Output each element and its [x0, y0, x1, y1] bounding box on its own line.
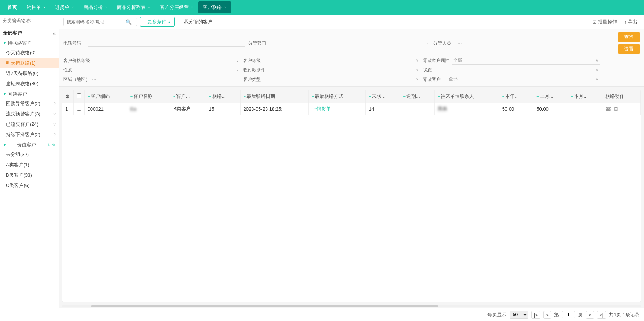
- filter-customer-type: 客户类型 ∨: [243, 76, 420, 83]
- filter-manager: 分管人员 ···: [433, 40, 615, 46]
- contact-action-icon[interactable]: ☎: [605, 106, 612, 112]
- sidebar-item-class-b[interactable]: B类客户(33): [0, 170, 59, 180]
- sidebar-item-today[interactable]: 今天待联络(0): [0, 48, 59, 58]
- filter-payment-terms: 收付款条件 ∨: [243, 67, 420, 73]
- dept-select[interactable]: ∨: [273, 40, 430, 46]
- retail-attr-select[interactable]: 全部 ∨: [452, 56, 600, 65]
- all-customers-header: 全部客户 «: [0, 27, 59, 38]
- filter-dept: 分管部门 ∨: [248, 40, 430, 46]
- sidebar-item-class-c[interactable]: C类客户(6): [0, 180, 59, 191]
- page-size-select[interactable]: 50 100 200: [510, 311, 528, 319]
- first-page-btn[interactable]: |<: [531, 311, 540, 319]
- retail-customer-select[interactable]: 全部 ∨: [447, 75, 600, 83]
- row-last-contact-method: 下销货单: [308, 103, 365, 115]
- row-contact-person: 黑条: [435, 103, 499, 115]
- my-customers-filter: 我分管的客户: [178, 18, 213, 25]
- close-icon[interactable]: ×: [148, 5, 150, 10]
- help-icon[interactable]: ?: [53, 112, 56, 116]
- sidebar-item-declining[interactable]: 持续下滑客户(2) ?: [0, 130, 59, 140]
- price-level-select[interactable]: ∨: [92, 58, 240, 63]
- main-search-input[interactable]: [67, 19, 126, 24]
- sidebar-item-overdue[interactable]: 逾期未联络(30): [0, 79, 59, 89]
- row-select-checkbox[interactable]: [77, 106, 81, 111]
- col-not-contacted: ≡未联...: [366, 90, 400, 103]
- sidebar-item-churn-warning[interactable]: 流失预警客户(3) ?: [0, 109, 59, 119]
- help-icon[interactable]: ?: [53, 122, 56, 127]
- prev-page-btn[interactable]: <: [543, 311, 552, 319]
- nav-customer-contact[interactable]: 客户联络 ×: [198, 1, 231, 13]
- help-icon[interactable]: ?: [53, 101, 56, 106]
- sidebar-group-value[interactable]: 价值客户 ↻ ✎: [0, 140, 59, 149]
- region-dots-btn[interactable]: ···: [92, 76, 97, 82]
- manager-dots-btn[interactable]: ···: [458, 40, 462, 46]
- col-last-month: ≡上月...: [533, 90, 568, 103]
- col-year-amount: ≡本年...: [499, 90, 533, 103]
- row-overdue: [400, 103, 435, 115]
- filter-region: 区域（地区） ···: [63, 76, 240, 83]
- close-icon[interactable]: ×: [43, 5, 45, 10]
- row-code: 000021: [84, 103, 127, 115]
- row-name: Ea: [127, 103, 170, 115]
- table-footer: 每页显示 50 100 200 |< < 第 页 > >| 共1页 1条记录: [59, 308, 644, 321]
- col-settings[interactable]: ⚙: [62, 90, 73, 103]
- nature-select[interactable]: ∨: [88, 67, 240, 73]
- nav-customer-tiering[interactable]: 客户分层经营 ×: [155, 1, 197, 13]
- payment-terms-select[interactable]: ∨: [267, 67, 420, 73]
- my-customers-checkbox[interactable]: [178, 20, 182, 24]
- nav-product-analysis-list[interactable]: 商品分析列表 ×: [112, 1, 154, 13]
- more-action-icon[interactable]: ⊞: [614, 106, 618, 112]
- sidebar-item-tomorrow[interactable]: 明天待联络(1): [0, 58, 59, 68]
- filter-icon: ≡: [143, 19, 146, 25]
- more-conditions-btn[interactable]: ≡ 更多条件 ▲: [140, 17, 175, 27]
- nav-sales-order[interactable]: 销售单 ×: [22, 1, 50, 13]
- sidebar-item-class-a[interactable]: A类客户(1): [0, 160, 59, 170]
- nav-purchase-order[interactable]: 进货单 ×: [50, 1, 78, 13]
- filter-bar: 🔍 ≡ 更多条件 ▲ 我分管的客户 ☑ 批量操作 ↑ 导出: [59, 15, 644, 29]
- next-page-btn[interactable]: >: [586, 311, 594, 319]
- export-btn[interactable]: ↑ 导出: [622, 17, 640, 26]
- nav-product-analysis[interactable]: 商品分析 ×: [79, 1, 112, 13]
- contact-person-blurred: 黑条: [438, 106, 447, 111]
- sidebar-group-problem[interactable]: 问题客户: [0, 89, 59, 99]
- col-contact-count: ≡联络...: [206, 90, 241, 103]
- col-name: ≡客户名称: [127, 90, 170, 103]
- sidebar-search-input[interactable]: [3, 18, 58, 23]
- close-icon[interactable]: ×: [105, 5, 107, 10]
- customer-name-blurred: Ea: [130, 106, 136, 112]
- batch-op-btn[interactable]: ☑ 批量操作: [590, 17, 619, 26]
- sidebar-item-unclassified[interactable]: 未分组(32): [0, 149, 59, 160]
- select-all-checkbox[interactable]: [77, 93, 81, 98]
- nav-home[interactable]: 首页: [3, 1, 21, 13]
- horizontal-scrollbar[interactable]: [62, 305, 641, 307]
- status-select[interactable]: ∨: [447, 67, 600, 73]
- sidebar-item-7days[interactable]: 近7天待联络(0): [0, 68, 59, 79]
- sidebar-item-lost[interactable]: 已流失客户(24) ?: [0, 119, 59, 130]
- last-page-btn[interactable]: >|: [597, 311, 606, 319]
- customer-level-select[interactable]: ∨: [267, 58, 420, 63]
- col-category: ≡客户...: [170, 90, 206, 103]
- filter-row-3: 性质 ∨ 收付款条件 ∨ 状态: [63, 67, 640, 73]
- close-icon[interactable]: ×: [224, 5, 226, 10]
- phone-input[interactable]: [88, 40, 245, 47]
- value-group-icons[interactable]: ↻ ✎: [47, 142, 56, 148]
- filter-customer-level: 客户等级 ∨: [243, 58, 420, 64]
- query-button[interactable]: 查询: [618, 32, 640, 42]
- close-icon[interactable]: ×: [71, 5, 74, 10]
- row-checkbox: [73, 103, 84, 115]
- collapse-icon[interactable]: «: [53, 31, 56, 36]
- scrollbar-thumb[interactable]: [91, 305, 438, 307]
- search-icon[interactable]: 🔍: [126, 19, 132, 25]
- row-this-month: [568, 103, 602, 115]
- reset-button[interactable]: 设置: [618, 44, 640, 54]
- contact-method-link[interactable]: 下销货单: [312, 106, 331, 111]
- filter-status: 状态 ∨: [423, 67, 600, 73]
- help-icon[interactable]: ?: [53, 132, 56, 137]
- page-input[interactable]: [562, 311, 575, 318]
- filter-phone: 电话号码: [63, 40, 245, 47]
- close-icon[interactable]: ×: [191, 5, 193, 10]
- row-not-contacted: 14: [366, 103, 400, 115]
- customer-type-select[interactable]: ∨: [267, 76, 420, 82]
- filter-nature: 性质 ∨: [63, 67, 240, 73]
- sidebar-item-abnormal-repurchase[interactable]: 回购异常客户(2) ?: [0, 99, 59, 109]
- sidebar-group-pending[interactable]: 待联络客户: [0, 38, 59, 48]
